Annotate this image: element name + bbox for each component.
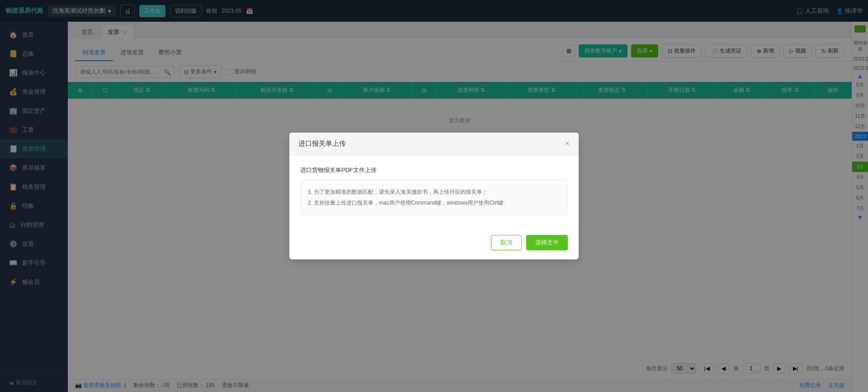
modal-close-button[interactable]: × bbox=[565, 139, 570, 148]
modal-footer: 取消 选择文件 bbox=[289, 229, 579, 259]
modal-section-title: 进口货物报关单PDF文件上传 bbox=[300, 166, 568, 174]
modal-info-item-2: 2. 支持批量上传进口报关单，mac用户使用Command键，windows用户… bbox=[308, 197, 560, 208]
modal-title: 进口报关单上传 bbox=[298, 139, 346, 148]
cancel-button[interactable]: 取消 bbox=[491, 235, 522, 250]
modal-info-box: 1. 为了更加精准的数据匹配，请先录入海关缴款书，再上传对应的报关单； 2. 支… bbox=[300, 180, 568, 215]
modal-body: 进口货物报关单PDF文件上传 1. 为了更加精准的数据匹配，请先录入海关缴款书，… bbox=[289, 155, 579, 229]
select-file-button[interactable]: 选择文件 bbox=[526, 235, 568, 250]
modal-info-item-1: 1. 为了更加精准的数据匹配，请先录入海关缴款书，再上传对应的报关单； bbox=[308, 186, 560, 197]
import-customs-modal: 进口报关单上传 × 进口货物报关单PDF文件上传 1. 为了更加精准的数据匹配，… bbox=[289, 133, 579, 259]
modal-overlay[interactable]: 进口报关单上传 × 进口货物报关单PDF文件上传 1. 为了更加精准的数据匹配，… bbox=[0, 0, 868, 392]
modal-header: 进口报关单上传 × bbox=[289, 133, 579, 155]
